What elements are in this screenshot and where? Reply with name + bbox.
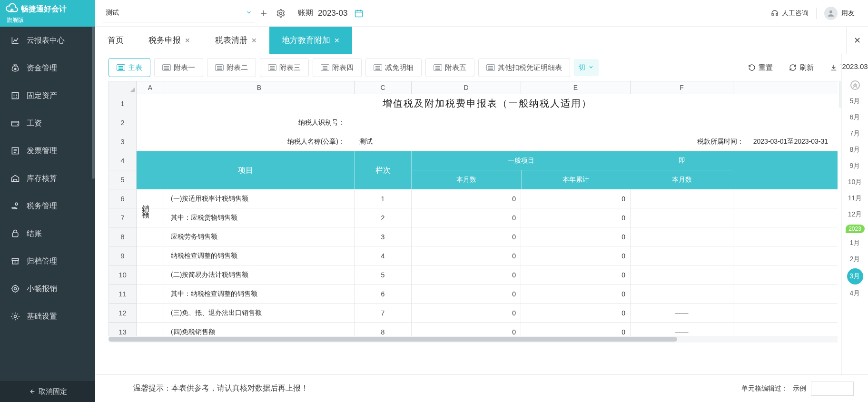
month-value-cell[interactable]: 0 [412,227,521,246]
column-no-cell[interactable]: 5 [355,265,412,284]
month-value-cell[interactable]: 0 [412,246,521,265]
instant-value-cell[interactable] [631,265,733,284]
sidebar-scrollbar[interactable] [91,27,95,381]
refresh-button[interactable]: 刷新 [789,63,814,72]
subtab[interactable]: 主表 [108,58,150,77]
month-chip[interactable]: 3月 [847,268,863,284]
item-name-cell[interactable]: 其中：纳税检查调整的销售额 [164,284,355,303]
sidebar-unpin[interactable]: 取消固定 [0,381,95,402]
month-chip[interactable]: 8月 [842,143,868,157]
item-name-cell[interactable]: (二)按简易办法计税销售额 [164,265,355,284]
tab-home[interactable]: 首页 [95,27,136,54]
column-no-cell[interactable]: 7 [355,304,412,322]
subtab[interactable]: 减免明细 [365,58,422,77]
col-header-b[interactable]: B [164,81,355,94]
row-header[interactable]: 8 [109,227,137,246]
month-value-cell[interactable]: 0 [412,208,521,227]
col-header-f[interactable]: F [631,81,733,94]
col-header-a[interactable]: A [137,81,164,94]
item-name-cell[interactable]: 其中：应税货物销售额 [164,208,355,227]
instant-value-cell[interactable] [631,189,733,208]
sidebar-item-cloud-report[interactable]: 云报表中心 [0,27,95,54]
sidebar-item-fixed-assets[interactable]: 固定资产 [0,82,95,109]
month-value-cell[interactable]: 0 [412,265,521,284]
item-name-cell[interactable]: 纳税检查调整的销售额 [164,246,355,265]
month-chip[interactable]: 6月 [842,110,868,125]
instant-value-cell[interactable] [631,284,733,303]
sidebar-item-payroll[interactable]: 工资 [0,109,95,137]
add-button[interactable] [255,5,272,22]
instant-value-cell[interactable] [631,208,733,227]
column-no-cell[interactable]: 6 [355,284,412,303]
month-chip[interactable]: 11月 [842,191,868,206]
instant-value-cell[interactable]: —— [631,304,733,322]
subtab[interactable]: 附表二 [207,58,256,77]
sidebar-item-reimburse[interactable]: 小畅报销 [0,275,95,303]
consult-button[interactable]: 人工咨询 [770,9,809,18]
column-no-cell[interactable]: 3 [355,227,412,246]
month-chip[interactable]: 9月 [842,159,868,173]
month-value-cell[interactable]: 0 [412,304,521,322]
subtab[interactable]: 其他扣税凭证明细表 [478,58,570,77]
subtab[interactable]: 附表五 [425,58,474,77]
sidebar-item-funds[interactable]: 资金管理 [0,54,95,82]
column-no-cell[interactable]: 2 [355,208,412,227]
col-header-c[interactable]: C [355,81,412,94]
item-name-cell[interactable]: 应税劳务销售额 [164,227,355,246]
company-selector[interactable]: 测试 [103,4,255,22]
sidebar-item-tax[interactable]: 税务管理 [0,192,95,220]
sidebar-scrollbar-thumb[interactable] [92,27,95,179]
row-header[interactable]: 1 [109,94,137,113]
subtab[interactable]: 附表一 [154,58,203,77]
sidebar-item-inventory[interactable]: 库存核算 [0,165,95,192]
period-scroll-up[interactable] [842,78,868,92]
tab-local-edu[interactable]: 地方教育附加 ✕ [269,27,352,54]
month-chip[interactable]: 2月 [842,252,868,266]
row-header[interactable]: 10 [109,265,137,284]
row-header[interactable]: 2 [109,113,137,132]
sidebar-item-close-account[interactable]: 结账 [0,220,95,247]
subtab[interactable]: 附表四 [313,58,362,77]
month-value-cell[interactable]: 0 [412,284,521,303]
column-no-cell[interactable]: 1 [355,189,412,208]
close-icon[interactable]: ✕ [334,37,340,44]
instant-value-cell[interactable] [631,246,733,265]
toggle-chip[interactable]: 切 [574,59,599,76]
row-header[interactable]: 7 [109,208,137,227]
year-value-cell[interactable]: 0 [521,265,631,284]
instant-value-cell[interactable] [631,227,733,246]
month-chip[interactable]: 1月 [842,236,868,250]
row-header[interactable]: 11 [109,284,137,304]
year-value-cell[interactable]: 0 [521,246,631,265]
row-header[interactable]: 9 [109,246,137,265]
tab-tax-declare[interactable]: 税务申报 ✕ [136,27,203,54]
user-menu[interactable]: 用友 [824,7,855,20]
sidebar-item-settings[interactable]: 基础设置 [0,303,95,330]
year-value-cell[interactable]: 0 [521,284,631,303]
column-no-cell[interactable]: 4 [355,246,412,265]
month-value-cell[interactable]: 0 [412,189,521,208]
year-value-cell[interactable]: 0 [521,189,631,208]
select-all-corner[interactable] [109,81,137,94]
month-chip[interactable]: 12月 [842,207,868,222]
close-icon[interactable]: ✕ [185,37,190,44]
row-header[interactable]: 6 [109,189,137,208]
subtab[interactable]: 附表三 [260,58,309,77]
row-header[interactable]: 3 [109,132,137,151]
sidebar-item-archive[interactable]: 归档管理 [0,247,95,275]
close-icon[interactable]: ✕ [251,37,257,44]
year-value-cell[interactable]: 0 [521,304,631,322]
row-header[interactable]: 4 [109,151,137,170]
sidebar-item-invoice[interactable]: 发票管理 [0,137,95,165]
month-chip[interactable]: 4月 [842,286,868,301]
settings-button[interactable] [272,5,289,22]
footer-example-input[interactable] [811,382,854,396]
row-header[interactable]: 5 [109,170,137,189]
item-name-cell[interactable]: (一)按适用税率计税销售额 [164,189,355,208]
horizontal-scrollbar-thumb[interactable] [108,337,677,342]
month-chip[interactable]: 7月 [842,127,868,141]
horizontal-scrollbar[interactable] [108,336,838,343]
year-value-cell[interactable]: 0 [521,208,631,227]
tab-tax-list[interactable]: 税表清册 ✕ [203,27,269,54]
reset-button[interactable]: 重置 [748,63,773,72]
